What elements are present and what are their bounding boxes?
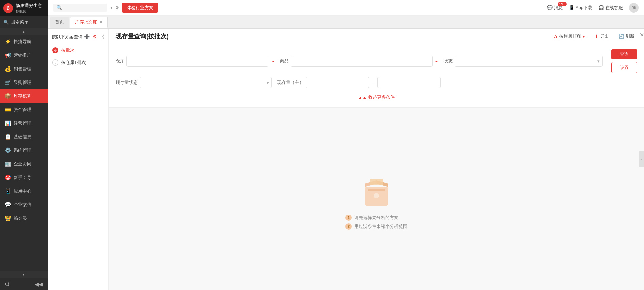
filter-row-2: 现存量状态 现存量（主） — bbox=[116, 77, 637, 88]
footer-collapse-icon[interactable]: ◀◀ bbox=[35, 281, 43, 287]
app-name: 畅康通好生意 bbox=[16, 3, 42, 9]
nav-icon-system: ⚙️ bbox=[5, 147, 11, 153]
add-scheme-icon[interactable]: ➕ bbox=[84, 34, 90, 40]
sidebar-item-basic[interactable]: 📋 基础信息 bbox=[0, 130, 48, 144]
scheme-item-by-warehouse-batch[interactable]: ○ 按仓库+批次 bbox=[48, 56, 108, 69]
status-label: 状态 bbox=[444, 58, 453, 64]
svg-point-5 bbox=[374, 193, 379, 198]
collapse-panel-icon[interactable]: 《 bbox=[100, 34, 104, 40]
goods-input[interactable] bbox=[291, 56, 433, 67]
tip-text-1: 请先选择要分析的方案 bbox=[354, 215, 399, 221]
sidebar-title-wrap: 畅康通好生意 标准版 bbox=[16, 3, 42, 14]
sidebar-logo: 6 bbox=[3, 3, 13, 13]
refresh-btn[interactable]: 🔄 刷新 bbox=[616, 32, 637, 41]
nav-icon-purchase: 🛒 bbox=[5, 79, 11, 86]
sidebar-item-operations[interactable]: 📊 经营管理 bbox=[0, 116, 48, 130]
sidebar-item-purchase[interactable]: 🛒 采购管理 bbox=[0, 76, 48, 89]
messages-item[interactable]: 💬 消息 99+ bbox=[547, 5, 563, 11]
page-close-btn[interactable]: ✕ bbox=[640, 32, 644, 38]
filter-area: 仓库 ··· 商品 ··· 状态 bbox=[109, 44, 644, 108]
sidebar-search[interactable]: 🔍 搜索菜单 bbox=[0, 16, 48, 28]
nav-label-newcomer: 新手引导 bbox=[14, 175, 31, 181]
goods-dots[interactable]: ··· bbox=[435, 58, 439, 64]
topbar-settings-icon[interactable]: ⚙ bbox=[115, 5, 119, 10]
sidebar-scroll-down[interactable]: ▼ bbox=[0, 271, 48, 278]
left-panel-header: 按以下方案查询 ➕ ⚙ 《 bbox=[48, 32, 108, 42]
app-download-icon: 📱 bbox=[569, 5, 574, 10]
right-collapse-handle[interactable]: › bbox=[639, 151, 644, 167]
messages-badge: 99+ bbox=[558, 2, 567, 6]
app-download-item[interactable]: 📱 App下载 bbox=[569, 5, 592, 11]
collapse-more-btn[interactable]: ▲▲ 收起更多条件 bbox=[116, 92, 637, 103]
page-content: 按以下方案查询 ➕ ⚙ 《 ⊙ 按批次 ○ 按仓库+批次 现存量查询(按批次) bbox=[48, 29, 644, 290]
empty-icon bbox=[356, 168, 397, 209]
nav-icon-inventory: 📦 bbox=[5, 93, 11, 99]
nav-icon-marketing: 📢 bbox=[5, 52, 11, 58]
sidebar-item-marketing[interactable]: 📢 营销推广 bbox=[0, 49, 48, 62]
main-area: 🔍 ▾ ⚙ 体验行业方案 💬 消息 99+ 📱 App下载 🎧 在线客服 bbox=[48, 0, 644, 290]
empty-state: 1 请先选择要分析的方案 2 用过滤条件来缩小分析范围 bbox=[109, 108, 644, 290]
status-select[interactable] bbox=[455, 56, 603, 67]
sidebar-item-wechat[interactable]: 💬 企业微信 bbox=[0, 198, 48, 212]
export-btn[interactable]: ⬇ 导出 bbox=[592, 32, 612, 41]
print-dropdown-icon[interactable]: ▾ bbox=[583, 34, 585, 39]
nav-icon-basic: 📋 bbox=[5, 134, 11, 140]
sidebar-item-inventory[interactable]: 📦 库存核算 bbox=[0, 89, 48, 103]
user-name: Rit bbox=[631, 6, 636, 10]
query-button[interactable]: 查询 bbox=[611, 49, 637, 59]
refresh-label: 刷新 bbox=[626, 33, 634, 39]
tip-num-1: 1 bbox=[345, 215, 352, 221]
sidebar-scroll-up[interactable]: ▲ bbox=[0, 28, 48, 35]
topbar-search-box[interactable]: 🔍 bbox=[53, 4, 107, 12]
sidebar-item-system[interactable]: ⚙️ 系统管理 bbox=[0, 144, 48, 157]
messages-icon: 💬 bbox=[547, 5, 553, 10]
export-icon: ⬇ bbox=[595, 34, 599, 39]
topbar-dropdown-icon[interactable]: ▾ bbox=[110, 5, 113, 10]
nav-label-operations: 经营管理 bbox=[14, 120, 31, 126]
set-button[interactable]: 设置 bbox=[611, 62, 637, 73]
svg-rect-3 bbox=[370, 179, 383, 185]
stock-qty-to[interactable] bbox=[377, 77, 441, 88]
experience-button[interactable]: 体验行业方案 bbox=[122, 3, 158, 13]
filter-row-1: 仓库 ··· 商品 ··· 状态 bbox=[116, 49, 637, 73]
sidebar-item-quick-nav[interactable]: ⚡ 快捷导航 bbox=[0, 35, 48, 49]
app-download-label: App下载 bbox=[576, 5, 592, 11]
search-icon: 🔍 bbox=[3, 20, 9, 25]
sidebar-item-app-center[interactable]: 📱 应用中心 bbox=[0, 184, 48, 198]
warehouse-field: 仓库 ··· bbox=[116, 56, 274, 67]
nav-icon-enterprise: 🏢 bbox=[5, 161, 11, 167]
print-btn[interactable]: 🖨 按模板打印 ▾ bbox=[550, 32, 588, 41]
warehouse-input[interactable] bbox=[126, 56, 268, 67]
scheme-item-by-batch[interactable]: ⊙ 按批次 bbox=[48, 44, 108, 56]
sidebar-item-member[interactable]: 👑 畅会员 bbox=[0, 212, 48, 225]
stock-qty-label: 现存量（主） bbox=[277, 79, 304, 86]
online-support-label: 在线客服 bbox=[605, 5, 623, 11]
sidebar-item-finance[interactable]: 💳 资金管理 bbox=[0, 103, 48, 116]
sidebar-item-sales[interactable]: 💰 销售管理 bbox=[0, 62, 48, 76]
footer-settings-icon[interactable]: ⚙ bbox=[5, 281, 10, 287]
nav-icon-wechat: 💬 bbox=[5, 202, 11, 208]
nav-label-quick-nav: 快捷导航 bbox=[14, 39, 31, 45]
print-label: 按模板打印 bbox=[559, 33, 581, 39]
nav-label-wechat: 企业微信 bbox=[14, 202, 31, 208]
tab-close-inventory-batch[interactable]: ✕ bbox=[99, 20, 103, 24]
sidebar-footer: ⚙ ◀◀ bbox=[0, 278, 48, 290]
tab-home[interactable]: 首页 bbox=[50, 17, 69, 28]
avatar: Rit bbox=[629, 3, 639, 13]
stock-status-select[interactable] bbox=[140, 77, 272, 88]
stock-qty-from[interactable] bbox=[306, 77, 369, 88]
user-item[interactable]: Rit bbox=[629, 3, 639, 13]
sidebar-item-enterprise[interactable]: 🏢 企业协同 bbox=[0, 157, 48, 171]
tab-inventory-batch[interactable]: 库存批次账✕ bbox=[70, 17, 108, 28]
warehouse-dots[interactable]: ··· bbox=[270, 58, 274, 64]
scheme-settings-icon[interactable]: ⚙ bbox=[92, 34, 97, 40]
goods-field: 商品 ··· bbox=[280, 56, 439, 67]
online-support-item[interactable]: 🎧 在线客服 bbox=[598, 5, 623, 11]
sidebar-item-newcomer[interactable]: 🎯 新手引导 bbox=[0, 171, 48, 184]
nav-icon-quick-nav: ⚡ bbox=[5, 39, 11, 45]
empty-tips: 1 请先选择要分析的方案 2 用过滤条件来缩小分析范围 bbox=[345, 215, 407, 230]
scheme-dot-active: ⊙ bbox=[52, 47, 58, 53]
stock-status-field: 现存量状态 bbox=[116, 77, 272, 88]
svg-rect-4 bbox=[368, 189, 385, 191]
scheme-dot-outline: ○ bbox=[52, 59, 58, 66]
